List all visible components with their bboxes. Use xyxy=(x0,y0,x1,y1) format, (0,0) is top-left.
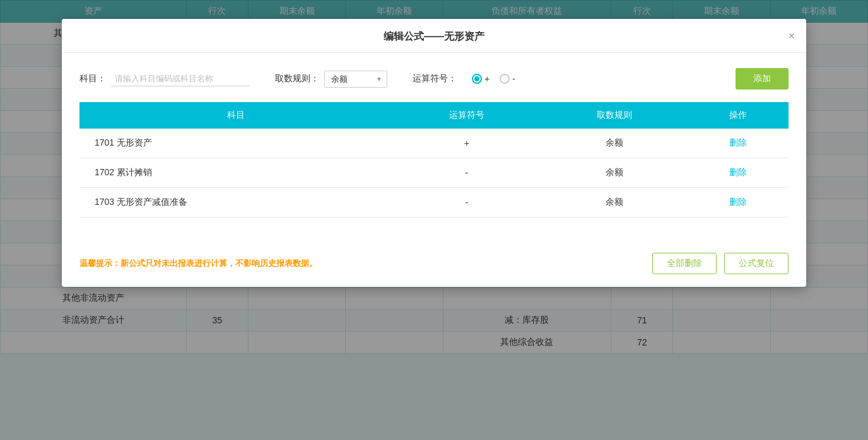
operator-plus-radio[interactable]: + xyxy=(472,74,490,84)
cell-subject: 1702 累计摊销 xyxy=(79,158,393,188)
form-row: 科目： 取数规则： 余额 借方 贷方 借方累计 贷方累计 ▼ xyxy=(79,68,789,90)
modal-title: 编辑公式——无形资产 xyxy=(384,30,484,43)
cell-action: 删除 xyxy=(688,129,789,158)
operator-plus-label: + xyxy=(484,74,490,84)
reset-formula-button[interactable]: 公式复位 xyxy=(724,253,789,274)
operator-group: 运算符号： + - xyxy=(413,73,515,84)
modal-body: 科目： 取数规则： 余额 借方 贷方 借方累计 贷方累计 ▼ xyxy=(62,53,806,243)
table-row: 1703 无形资产减值准备-余额删除 xyxy=(79,188,789,217)
radio-plus-circle xyxy=(472,74,482,84)
tip-text: 新公式只对未出报表进行计算，不影响历史报表数据。 xyxy=(120,258,317,268)
rule-section: 取数规则： 余额 借方 贷方 借方累计 贷方累计 ▼ xyxy=(275,71,387,88)
subject-input[interactable] xyxy=(111,71,250,86)
tip-prefix: 温馨提示： xyxy=(79,258,120,268)
table-col-header: 运算符号 xyxy=(393,102,541,129)
cell-rule: 余额 xyxy=(541,129,688,158)
subject-label: 科目： xyxy=(79,73,106,84)
rule-select-wrapper[interactable]: 余额 借方 贷方 借方累计 贷方累计 ▼ xyxy=(324,71,387,88)
footer-actions: 全部删除 公式复位 xyxy=(652,253,789,274)
table-row: 1701 无形资产+余额删除 xyxy=(79,129,789,158)
footer-tip: 温馨提示：新公式只对未出报表进行计算，不影响历史报表数据。 xyxy=(79,258,317,269)
table-col-header: 操作 xyxy=(688,102,789,129)
cell-subject: 1701 无形资产 xyxy=(79,129,393,158)
rule-label: 取数规则： xyxy=(275,73,319,84)
operator-label: 运算符号： xyxy=(413,73,457,84)
operator-minus-radio[interactable]: - xyxy=(500,74,515,84)
cell-operator: + xyxy=(393,129,541,158)
table-row: 1702 累计摊销-余额删除 xyxy=(79,158,789,188)
modal-footer: 温馨提示：新公式只对未出报表进行计算，不影响历史报表数据。 全部删除 公式复位 xyxy=(62,243,806,287)
modal-header: 编辑公式——无形资产 × xyxy=(62,19,806,53)
cell-subject: 1703 无形资产减值准备 xyxy=(79,188,393,217)
cell-rule: 余额 xyxy=(541,158,688,188)
delete-row-button[interactable]: 删除 xyxy=(729,167,747,178)
cell-operator: - xyxy=(393,158,541,188)
table-col-header: 科目 xyxy=(79,102,393,129)
delete-all-button[interactable]: 全部删除 xyxy=(652,253,717,274)
edit-formula-modal: 编辑公式——无形资产 × 科目： 取数规则： 余额 借方 贷方 借方累计 xyxy=(62,19,806,287)
cell-action: 删除 xyxy=(688,158,789,188)
modal-overlay: 编辑公式——无形资产 × 科目： 取数规则： 余额 借方 贷方 借方累计 xyxy=(0,0,868,440)
rule-select[interactable]: 余额 借方 贷方 借方累计 贷方累计 xyxy=(324,71,387,88)
operator-minus-label: - xyxy=(512,74,515,84)
close-button[interactable]: × xyxy=(788,30,795,42)
cell-operator: - xyxy=(393,188,541,217)
cell-rule: 余额 xyxy=(541,188,688,217)
cell-action: 删除 xyxy=(688,188,789,217)
table-col-header: 取数规则 xyxy=(541,102,688,129)
formula-table: 科目运算符号取数规则操作 1701 无形资产+余额删除1702 累计摊销-余额删… xyxy=(79,102,789,217)
delete-row-button[interactable]: 删除 xyxy=(729,197,747,208)
delete-row-button[interactable]: 删除 xyxy=(729,137,747,149)
radio-minus-circle xyxy=(500,74,510,84)
add-button[interactable]: 添加 xyxy=(736,68,789,90)
